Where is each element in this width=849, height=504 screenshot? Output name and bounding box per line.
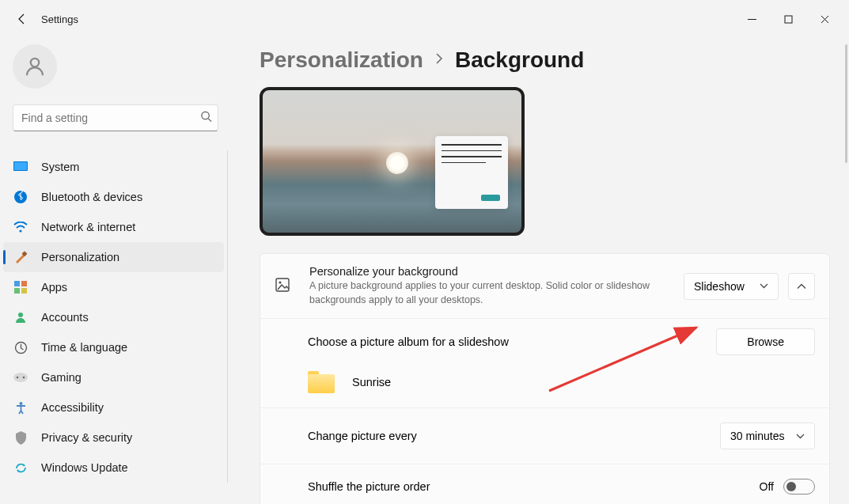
svg-point-16 — [13, 373, 28, 382]
svg-point-14 — [18, 313, 23, 317]
user-info — [66, 51, 218, 82]
background-type-dropdown[interactable]: Slideshow — [684, 273, 779, 300]
accessibility-icon — [13, 400, 28, 415]
folder-icon — [308, 371, 335, 393]
breadcrumb-current: Background — [455, 47, 584, 73]
back-button[interactable] — [6, 3, 38, 35]
app-title: Settings — [41, 13, 78, 25]
sidebar-item-gaming[interactable]: Gaming — [3, 362, 224, 392]
toggle-state-label: Off — [760, 480, 774, 493]
nav-label: Bluetooth & devices — [41, 191, 142, 203]
nav-label: Apps — [41, 281, 67, 294]
svg-rect-6 — [14, 162, 27, 170]
nav-label: Privacy & security — [41, 431, 132, 444]
nav-label: Accessibility — [41, 401, 104, 414]
chevron-down-icon — [796, 434, 805, 439]
sidebar-item-personalization[interactable]: Personalization — [3, 242, 224, 272]
update-icon — [13, 460, 28, 476]
svg-point-17 — [17, 377, 19, 379]
svg-point-19 — [19, 402, 22, 405]
svg-rect-11 — [21, 281, 27, 286]
sidebar: System Bluetooth & devices Network & int… — [0, 38, 237, 504]
svg-rect-10 — [14, 281, 20, 286]
search-box[interactable] — [13, 104, 218, 131]
person-icon — [13, 309, 28, 325]
interval-dropdown[interactable]: 30 minutes — [720, 423, 815, 449]
minimize-button[interactable] — [733, 6, 770, 32]
nav-label: Accounts — [41, 311, 89, 324]
svg-rect-1 — [785, 16, 792, 23]
change-picture-label: Change picture every — [308, 430, 720, 442]
chevron-up-icon — [797, 283, 806, 290]
dropdown-value: Slideshow — [694, 280, 745, 293]
nav-label: Gaming — [41, 371, 81, 384]
apps-icon — [13, 279, 28, 295]
titlebar: Settings — [0, 0, 849, 38]
image-icon — [275, 277, 292, 296]
search-input[interactable] — [13, 104, 218, 131]
personalize-bg-title: Personalize your background — [309, 265, 684, 278]
paintbrush-icon — [13, 249, 28, 265]
collapse-button[interactable] — [788, 273, 815, 300]
svg-rect-13 — [21, 288, 27, 294]
svg-line-4 — [208, 119, 211, 122]
shuffle-toggle[interactable] — [783, 479, 815, 495]
user-account[interactable] — [3, 38, 228, 95]
choose-album-label: Choose a picture album for a slideshow — [308, 335, 716, 348]
svg-point-3 — [202, 112, 209, 119]
svg-rect-12 — [14, 288, 20, 294]
sidebar-item-accessibility[interactable]: Accessibility — [3, 392, 224, 423]
breadcrumb-parent[interactable]: Personalization — [260, 47, 423, 73]
background-settings-card: Personalize your background A picture ba… — [260, 253, 830, 504]
main-content: Personalization Background Personalize y… — [237, 38, 849, 504]
gaming-icon — [13, 369, 28, 385]
breadcrumb: Personalization Background — [260, 47, 830, 73]
sidebar-item-apps[interactable]: Apps — [3, 272, 224, 302]
nav-label: Network & internet — [41, 221, 135, 233]
nav-label: System — [41, 161, 79, 173]
selected-folder[interactable]: Sunrise — [260, 365, 829, 407]
nav-label: Time & language — [41, 341, 127, 354]
system-icon — [13, 159, 28, 175]
sidebar-item-time-language[interactable]: Time & language — [3, 332, 224, 362]
clock-icon — [13, 339, 28, 355]
sidebar-item-network[interactable]: Network & internet — [3, 212, 224, 242]
nav-label: Windows Update — [41, 461, 128, 474]
svg-point-8 — [19, 229, 21, 232]
scrollbar-thumb[interactable] — [845, 44, 847, 163]
folder-name: Sunrise — [352, 376, 391, 388]
sidebar-item-accounts[interactable]: Accounts — [3, 302, 224, 332]
svg-point-2 — [31, 59, 40, 67]
sidebar-item-privacy[interactable]: Privacy & security — [3, 423, 224, 453]
maximize-button[interactable] — [770, 6, 806, 32]
dropdown-value: 30 minutes — [730, 430, 784, 442]
search-icon — [200, 111, 212, 126]
chevron-right-icon — [434, 52, 444, 68]
avatar — [13, 44, 57, 89]
sidebar-item-windows-update[interactable]: Windows Update — [3, 453, 224, 483]
personalize-bg-subtitle: A picture background applies to your cur… — [309, 279, 681, 307]
bluetooth-icon — [13, 189, 28, 205]
wifi-icon — [13, 219, 28, 235]
sidebar-item-bluetooth[interactable]: Bluetooth & devices — [3, 182, 224, 212]
shuffle-label: Shuffle the picture order — [308, 480, 760, 493]
desktop-preview — [260, 87, 525, 236]
svg-point-18 — [23, 377, 25, 379]
svg-point-21 — [279, 281, 282, 283]
nav-label: Personalization — [41, 251, 119, 263]
shield-icon — [13, 430, 28, 445]
close-button[interactable] — [806, 6, 843, 32]
chevron-down-icon — [760, 283, 768, 289]
sidebar-item-system[interactable]: System — [3, 152, 224, 182]
browse-button[interactable]: Browse — [716, 328, 815, 355]
